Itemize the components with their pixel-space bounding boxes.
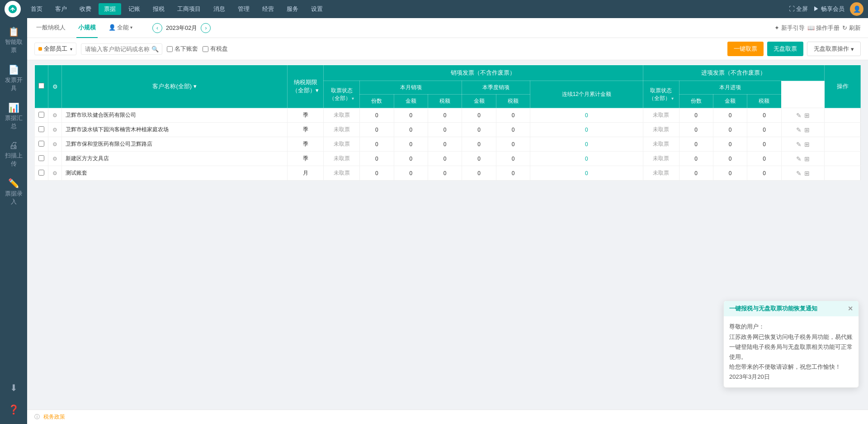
row-purchase-status-4: 未取票	[643, 166, 679, 181]
th-sales-month-tax: 税额	[428, 95, 462, 108]
fullscreen-btn[interactable]: ⛶ 全屏	[789, 5, 808, 13]
tab-full-featured[interactable]: 👤 全能 ▾	[107, 18, 134, 38]
row-sales-status-0: 未取票	[324, 108, 360, 123]
view-icon-4[interactable]: ⊞	[804, 170, 810, 177]
popup-close-btn[interactable]: ✕	[848, 305, 853, 312]
select-all-checkbox[interactable]	[38, 83, 44, 89]
nav-business[interactable]: 工商项目	[172, 3, 206, 15]
tab-small-scale[interactable]: 小规模	[76, 18, 98, 38]
edit-icon-0[interactable]: ✎	[796, 112, 802, 119]
th-tax-period: 纳税期限（全部）▾	[288, 65, 324, 108]
row-settings-0[interactable]: ⚙	[48, 108, 62, 123]
sidebar-item-invoice-entry[interactable]: ✏️ 票据录入	[2, 174, 25, 210]
nav-service[interactable]: 服务	[281, 3, 304, 15]
row-settings-4[interactable]: ⚙	[48, 166, 62, 181]
row-sales-12m-0[interactable]: 0	[530, 108, 643, 123]
popup-content: 尊敬的用户： 江苏政务网已恢复访问电子税务局功能，易代账一键登陆电子税务局与无盘…	[729, 322, 853, 382]
row-checkbox-0[interactable]	[38, 112, 44, 118]
nav-management[interactable]: 管理	[232, 3, 255, 15]
member-btn[interactable]: ▶ 畅享会员	[813, 5, 844, 13]
search-icon[interactable]: 🔍	[151, 46, 159, 52]
has-tax-panel-checkbox[interactable]	[203, 46, 208, 52]
row-checkbox-cell[interactable]	[35, 166, 48, 181]
nav-tax[interactable]: 报税	[147, 3, 170, 15]
row-checkbox-cell[interactable]	[35, 123, 48, 137]
purchase-status-filter-icon[interactable]: ▾	[671, 96, 674, 101]
row-sales-12m-2[interactable]: 0	[530, 137, 643, 152]
view-icon-0[interactable]: ⊞	[804, 112, 810, 119]
nav-operation[interactable]: 经营	[257, 3, 279, 15]
view-icon-3[interactable]: ⊞	[804, 155, 810, 162]
tab-general-taxpayer[interactable]: 一般纳税人	[34, 18, 67, 38]
sub-navigation: 一般纳税人 小规模 👤 全能 ▾ ‹ 2023年02月 › ✦ 新手引导 📖 操…	[27, 18, 868, 38]
nav-customer[interactable]: 客户	[50, 3, 72, 15]
edit-icon-4[interactable]: ✎	[796, 170, 802, 177]
row-sales-month-qty-2: 0	[360, 137, 394, 152]
row-purchase-month-amount-2: 0	[713, 137, 747, 152]
nav-home[interactable]: 首页	[25, 3, 48, 15]
manual-btn[interactable]: 📖 操作手册	[807, 24, 840, 32]
row-checkbox-cell[interactable]	[35, 152, 48, 166]
one-click-fetch-btn[interactable]: 一键取票	[727, 42, 764, 56]
avatar[interactable]: 👤	[850, 2, 863, 16]
sidebar-item-smart-invoice[interactable]: 📋 智能取票	[2, 23, 25, 58]
row-customer-3: 新建区方方文具店	[62, 152, 288, 166]
checkbox-my-accounts[interactable]: 名下账套	[167, 45, 198, 53]
row-sales-month-tax-2: 0	[428, 137, 462, 152]
edit-icon-2[interactable]: ✎	[796, 141, 802, 148]
diskless-operations-btn[interactable]: 无盘取票操作 ▾	[807, 42, 861, 56]
tax-period-filter-icon[interactable]: ▾	[316, 87, 319, 94]
th-purchase-invoice: 进项发票（不含作废票）	[643, 65, 825, 81]
nav-bookkeeping[interactable]: 记账	[123, 3, 146, 15]
next-month-btn[interactable]: ›	[201, 23, 211, 33]
prev-month-btn[interactable]: ‹	[152, 23, 162, 33]
row-purchase-month-amount-1: 0	[713, 123, 747, 137]
sidebar-item-download[interactable]: ⬇	[2, 379, 25, 398]
sidebar-item-invoice-summary[interactable]: 📊 票据汇总	[2, 99, 25, 134]
th-sales-month-qty: 份数	[360, 95, 394, 108]
sidebar-item-scan-upload[interactable]: 🖨 扫描上传	[2, 137, 25, 172]
tax-policy-link[interactable]: 税务政策	[43, 413, 65, 421]
sidebar-item-help[interactable]: ❓	[2, 400, 25, 419]
row-sales-12m-1[interactable]: 0	[530, 123, 643, 137]
nav-invoice[interactable]: 票据	[99, 3, 121, 15]
row-customer-2: 卫辉市保和堂医药有限公司卫辉路店	[62, 137, 288, 152]
edit-icon-1[interactable]: ✎	[796, 126, 802, 133]
nav-message[interactable]: 消息	[208, 3, 231, 15]
row-purchase-status-1: 未取票	[643, 123, 679, 137]
nav-settings[interactable]: 设置	[306, 3, 328, 15]
row-purchase-status-0: 未取票	[643, 108, 679, 123]
th-settings: ⚙	[48, 65, 62, 108]
logo[interactable]	[5, 1, 21, 17]
diskless-fetch-btn[interactable]: 无盘取票	[767, 42, 803, 56]
row-sales-12m-3[interactable]: 0	[530, 152, 643, 166]
row-settings-1[interactable]: ⚙	[48, 123, 62, 137]
search-input[interactable]	[81, 43, 162, 55]
view-icon-2[interactable]: ⊞	[804, 141, 810, 148]
row-sales-month-amount-0: 0	[394, 108, 428, 123]
row-checkbox-cell[interactable]	[35, 108, 48, 123]
row-sales-month-tax-0: 0	[428, 108, 462, 123]
view-icon-1[interactable]: ⊞	[804, 126, 810, 133]
guide-btn[interactable]: ✦ 新手引导	[774, 24, 805, 32]
row-settings-3[interactable]: ⚙	[48, 152, 62, 166]
checkbox-has-tax-panel[interactable]: 有税盘	[203, 45, 228, 53]
row-sales-month-amount-1: 0	[394, 123, 428, 137]
sidebar-item-issue-invoice[interactable]: 📄 发票开具	[2, 61, 25, 96]
nav-billing[interactable]: 收费	[74, 3, 97, 15]
sales-status-filter-icon[interactable]: ▾	[352, 96, 354, 101]
row-checkbox-cell[interactable]	[35, 137, 48, 152]
employee-filter[interactable]: 全部员工 ▾	[34, 43, 76, 55]
customer-filter-icon[interactable]: ▾	[193, 83, 197, 90]
row-checkbox-2[interactable]	[38, 141, 44, 147]
th-purchase-month: 本月进项	[679, 81, 781, 95]
row-checkbox-4[interactable]	[38, 170, 44, 176]
refresh-btn[interactable]: ↻ 刷新	[842, 24, 861, 32]
row-settings-2[interactable]: ⚙	[48, 137, 62, 152]
row-checkbox-1[interactable]	[38, 126, 44, 132]
edit-icon-3[interactable]: ✎	[796, 155, 802, 162]
row-sales-12m-4[interactable]: 0	[530, 166, 643, 181]
my-accounts-checkbox[interactable]	[167, 46, 173, 52]
filter-dropdown-icon: ▾	[70, 47, 72, 52]
row-checkbox-3[interactable]	[38, 155, 44, 161]
